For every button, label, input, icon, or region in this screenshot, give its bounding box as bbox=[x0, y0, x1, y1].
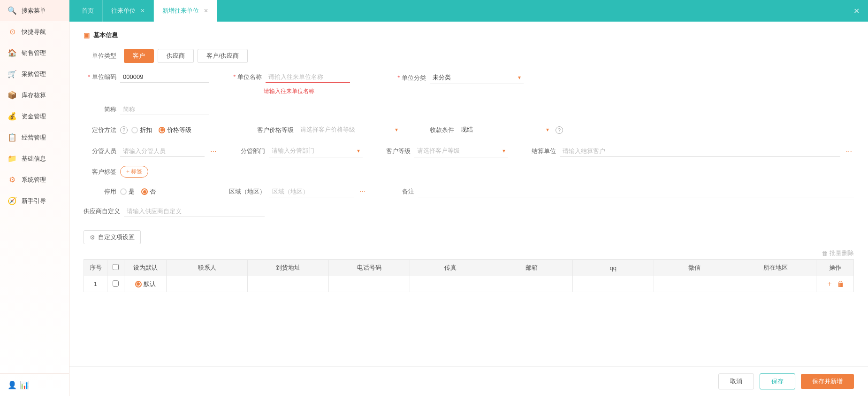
col-fax: 传真 bbox=[410, 260, 491, 276]
cancel-button[interactable]: 取消 bbox=[718, 373, 754, 389]
short-name-input[interactable] bbox=[120, 104, 209, 115]
cell-email[interactable] bbox=[491, 276, 572, 292]
supplier-custom-input[interactable] bbox=[124, 206, 265, 217]
radio-grade[interactable]: 价格等级 bbox=[159, 126, 191, 134]
email-input[interactable] bbox=[495, 280, 568, 287]
phone-input[interactable] bbox=[333, 280, 406, 287]
customer-level-field: 客户等级 请选择客户等级 ▾ bbox=[378, 145, 509, 157]
sidebar-item-purchase[interactable]: 🛒 采购管理 bbox=[0, 63, 69, 85]
col-default: 设为默认 bbox=[124, 260, 167, 276]
region-input-table[interactable] bbox=[739, 280, 812, 287]
close-new-contact-tab[interactable]: ✕ bbox=[204, 8, 208, 14]
cell-region[interactable] bbox=[735, 276, 816, 292]
row-checkbox[interactable] bbox=[113, 280, 119, 287]
manager-more-btn[interactable]: ··· bbox=[208, 147, 218, 155]
dept-label: 分管部门 bbox=[232, 147, 265, 155]
sidebar-item-label: 新手引导 bbox=[22, 197, 46, 205]
close-all-tabs-btn[interactable]: ✕ bbox=[849, 7, 864, 16]
col-address: 到货地址 bbox=[248, 260, 329, 276]
qq-input[interactable] bbox=[577, 280, 650, 287]
col-check[interactable] bbox=[107, 260, 124, 276]
select-all-checkbox[interactable] bbox=[113, 264, 119, 270]
cell-contact[interactable] bbox=[167, 276, 248, 292]
col-wechat: 微信 bbox=[654, 260, 735, 276]
disabled-label: 停用 bbox=[84, 187, 116, 196]
tab-contacts[interactable]: 往来单位 ✕ bbox=[103, 0, 154, 22]
system-icon: ⚙ bbox=[8, 175, 17, 184]
payment-terms-value: 现结 bbox=[461, 125, 546, 134]
region-input[interactable] bbox=[269, 186, 354, 197]
unit-btn-customer[interactable]: 客户 bbox=[124, 49, 154, 63]
cell-check[interactable] bbox=[107, 276, 124, 292]
radio-no-circle bbox=[141, 188, 148, 195]
unit-category-value: 未分类 bbox=[433, 73, 518, 82]
dept-select[interactable]: 请输入分管部门 ▾ bbox=[269, 145, 363, 157]
cell-address[interactable] bbox=[248, 276, 329, 292]
unit-btn-supplier[interactable]: 供应商 bbox=[158, 49, 194, 63]
short-name-label: 简称 bbox=[84, 105, 116, 114]
pricing-radio-group: 折扣 价格等级 bbox=[131, 126, 191, 134]
unit-category-select[interactable]: 未分类 ▾ bbox=[430, 71, 524, 84]
sidebar-item-search[interactable]: 🔍 搜索菜单 bbox=[0, 0, 69, 21]
billing-unit-more-btn[interactable]: ··· bbox=[844, 147, 854, 155]
unit-code-input[interactable] bbox=[120, 71, 209, 83]
row-supplier-custom: 供应商自定义 bbox=[84, 206, 854, 217]
payment-terms-select[interactable]: 现结 ▾ bbox=[458, 124, 552, 136]
customer-price-select[interactable]: 请选择客户价格等级 ▾ bbox=[297, 124, 401, 136]
save-new-button[interactable]: 保存并新增 bbox=[801, 374, 854, 389]
radio-grade-dot bbox=[160, 128, 164, 132]
unit-name-input[interactable] bbox=[266, 71, 350, 83]
address-input[interactable] bbox=[251, 280, 325, 287]
sidebar-item-finance[interactable]: 💰 资金管理 bbox=[0, 106, 69, 127]
save-button[interactable]: 保存 bbox=[760, 373, 795, 389]
sidebar-item-system[interactable]: ⚙ 系统管理 bbox=[0, 169, 69, 190]
add-tag-button[interactable]: + 标签 bbox=[120, 166, 148, 178]
customer-level-select[interactable]: 请选择客户等级 ▾ bbox=[414, 145, 508, 157]
sidebar-item-sales[interactable]: 🏠 销售管理 bbox=[0, 42, 69, 63]
sidebar-item-inventory[interactable]: 📦 库存核算 bbox=[0, 85, 69, 106]
user-icon[interactable]: 👤 bbox=[8, 380, 17, 389]
cell-phone[interactable] bbox=[329, 276, 410, 292]
stats-icon[interactable]: 📊 bbox=[20, 380, 29, 389]
sidebar-item-label: 销售管理 bbox=[22, 49, 46, 57]
table-section: 🗑 批量删除 序号 设为默认 联系人 到货地址 电话号码 传真 bbox=[84, 249, 854, 292]
radio-discount[interactable]: 折扣 bbox=[131, 126, 152, 134]
pricing-method-label: 定价方法 bbox=[84, 126, 116, 134]
row-disabled-region-remark: 停用 是 否 区域（地区） bbox=[84, 186, 854, 197]
sidebar-item-label: 基础信息 bbox=[22, 155, 46, 163]
radio-yes[interactable]: 是 bbox=[120, 187, 135, 196]
sidebar-item-label: 经营管理 bbox=[22, 133, 46, 142]
remark-input[interactable] bbox=[418, 186, 854, 197]
cell-qq[interactable] bbox=[572, 276, 654, 292]
delete-row-btn[interactable]: 🗑 bbox=[837, 280, 845, 288]
close-contacts-tab[interactable]: ✕ bbox=[140, 8, 145, 14]
manager-input[interactable] bbox=[120, 146, 205, 157]
search-icon: 🔍 bbox=[8, 6, 17, 15]
sidebar-item-quicknav[interactable]: ⊙ 快捷导航 bbox=[0, 21, 69, 42]
cell-fax[interactable] bbox=[410, 276, 491, 292]
sidebar-item-newbie[interactable]: 🧭 新手引导 bbox=[0, 190, 69, 211]
cell-wechat[interactable] bbox=[654, 276, 735, 292]
col-phone: 电话号码 bbox=[329, 260, 410, 276]
radio-no[interactable]: 否 bbox=[141, 187, 156, 196]
add-row-btn[interactable]: ＋ bbox=[826, 279, 833, 289]
fax-input[interactable] bbox=[414, 280, 487, 287]
contact-input[interactable] bbox=[170, 280, 244, 287]
main-area: 首页 往来单位 ✕ 新增往来单位 ✕ ✕ ▣ 基本信息 单位类型 客户 供应商 bbox=[69, 0, 868, 396]
billing-unit-input[interactable] bbox=[560, 146, 840, 157]
region-more-btn[interactable]: ··· bbox=[358, 187, 367, 196]
unit-btn-both[interactable]: 客户/供应商 bbox=[198, 49, 248, 63]
customer-tag-field: 客户标签 + 标签 bbox=[84, 166, 854, 178]
sidebar-item-basic[interactable]: 📁 基础信息 bbox=[0, 148, 69, 169]
pricing-help-icon[interactable]: ? bbox=[120, 126, 128, 134]
tab-home[interactable]: 首页 bbox=[73, 0, 103, 22]
cell-default[interactable]: 默认 bbox=[124, 276, 167, 292]
wechat-input[interactable] bbox=[658, 280, 731, 287]
custom-settings-button[interactable]: ⚙ 自定义项设置 bbox=[84, 230, 141, 244]
sidebar-item-operations[interactable]: 📋 经营管理 bbox=[0, 127, 69, 148]
payment-help-icon[interactable]: ? bbox=[556, 126, 563, 134]
row-code-name-category: 单位编码 单位名称 请输入往来单位名称 单位分类 未分类 ▾ bbox=[84, 71, 854, 95]
tab-new-contact[interactable]: 新增往来单位 ✕ bbox=[154, 0, 217, 22]
batch-delete-button[interactable]: 🗑 批量删除 bbox=[822, 249, 854, 257]
unit-type-buttons: 客户 供应商 客户/供应商 bbox=[124, 49, 248, 63]
